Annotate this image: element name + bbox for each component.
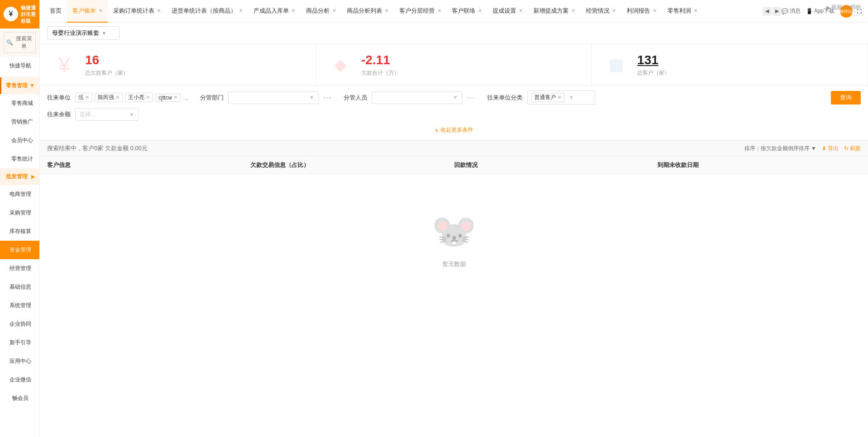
unit-tag-wu[interactable]: 伍 ✕ <box>75 93 92 102</box>
sidebar-item-wholesale[interactable]: 批发管理 ▶ <box>0 168 39 185</box>
sidebar-item-finance[interactable]: 资金管理 <box>0 241 39 259</box>
empty-text: 暂无数据 <box>442 260 466 268</box>
sidebar-item-inventory[interactable]: 库存核算 <box>0 222 39 241</box>
chevron-down-icon: ▼ <box>29 82 35 89</box>
dept-dots[interactable]: ··· <box>323 94 332 102</box>
tab-close-push-settings[interactable]: ✕ <box>519 8 523 13</box>
tab-close-customer-book[interactable]: ✕ <box>99 8 102 13</box>
tab-close-biz-status[interactable]: ✕ <box>612 8 616 13</box>
balance-select[interactable]: 选择... ▼ <box>75 108 139 121</box>
remove-tag-wang[interactable]: ✕ <box>146 95 150 100</box>
tab-biz-status[interactable]: 经营情况 ✕ <box>580 0 621 23</box>
tab-customer-book[interactable]: 客户账本 ✕ <box>67 0 108 23</box>
chevron-down-icon: ▼ <box>452 94 458 101</box>
download-icon: 📱 <box>806 8 813 14</box>
sidebar-item-basic[interactable]: 基础信息 <box>0 278 39 296</box>
tab-close-customer-tier[interactable]: ✕ <box>437 8 441 13</box>
tab-customer-contact[interactable]: 客户联络 ✕ <box>446 0 487 23</box>
stat-label-debt: 欠款合计（万） <box>361 69 399 77</box>
unit-filter-label: 往来单位 <box>47 94 71 102</box>
sidebar-item-guide[interactable]: 新手引导 <box>0 333 39 352</box>
export-icon: ⬇ <box>822 145 826 152</box>
account-dropdown[interactable]: 母婴行业演示账套 ▼ <box>47 26 120 40</box>
sidebar-item-retail[interactable]: 零售管理 ▼ <box>0 77 39 94</box>
sidebar-item-vip[interactable]: 畅会员 <box>0 389 39 408</box>
person-select[interactable]: ▼ <box>372 91 462 104</box>
sidebar-item-retail-stats[interactable]: 零售统计 <box>0 150 39 168</box>
export-button[interactable]: ⬇ 导出 <box>822 145 839 152</box>
main-content: 首页 客户账本 ✕ 采购订单统计表 ✕ 进货单统计表（按商品） ✕ 产成品入库单… <box>40 0 868 437</box>
unit-tag-cjttcw[interactable]: cjttcw ✕ <box>155 94 181 102</box>
unit-tag-wang[interactable]: 王小亮 ✕ <box>125 93 153 102</box>
balance-filter-label: 往来余额 <box>47 110 71 119</box>
tab-close-new-push[interactable]: ✕ <box>571 8 575 13</box>
tab-production-inbound[interactable]: 产成品入库单 ✕ <box>248 0 301 23</box>
sidebar-item-wechat[interactable]: 企业微信 <box>0 370 39 389</box>
tab-home[interactable]: 首页 <box>44 0 67 23</box>
tab-profit-report[interactable]: 利润报告 ✕ <box>621 0 662 23</box>
remove-tag-cjttcw[interactable]: ✕ <box>173 95 177 100</box>
collapse-button[interactable]: ∧ 收起更多条件 <box>433 124 475 136</box>
sidebar-item-retail-mall[interactable]: 零售商城 <box>0 94 39 113</box>
sidebar-item-apps[interactable]: 应用中心 <box>0 352 39 370</box>
chevron-down-icon: ▼ <box>568 94 574 101</box>
tab-close-customer-contact[interactable]: ✕ <box>478 8 482 13</box>
sidebar-divider-1 <box>0 76 39 76</box>
person-dots[interactable]: ··· <box>467 94 475 102</box>
tab-close-profit-report[interactable]: ✕ <box>653 8 657 13</box>
tab-goods-analysis[interactable]: 商品分析 ✕ <box>301 0 341 23</box>
chevron-down-icon: ▼ <box>129 111 134 118</box>
tab-close-retail-profit[interactable]: ✕ <box>694 8 697 13</box>
remove-tag-chen[interactable]: ✕ <box>115 95 120 100</box>
tab-purchase-order[interactable]: 采购订单统计表 ✕ <box>108 0 166 23</box>
col-header-repayment: 回款情况 <box>454 161 657 169</box>
results-bar: 搜索结果中，客户0家 欠款金额 0.00元 排序：按欠款金额倒序排序 ▼ ⬇ 导… <box>40 141 868 157</box>
sidebar-item-ecommerce[interactable]: 电商管理 <box>0 185 39 204</box>
tab-close-inbound-stats[interactable]: ✕ <box>239 8 243 13</box>
refresh-button[interactable]: ↻ 刷新 <box>844 145 861 152</box>
col-header-customer-info: 客户信息 <box>47 161 250 169</box>
tab-close-production-inbound[interactable]: ✕ <box>292 8 295 13</box>
unit-type-select[interactable]: 普通客户 ✕ ▼ <box>527 90 595 104</box>
tab-scroll-left[interactable]: ◀ <box>762 7 772 16</box>
tab-retail-profit[interactable]: 零售利润 ✕ <box>662 0 703 23</box>
unit-type-tag[interactable]: 普通客户 ✕ <box>531 93 565 102</box>
tab-close-goods-analysis-list[interactable]: ✕ <box>385 8 388 13</box>
tab-bar: 首页 客户账本 ✕ 采购订单统计表 ✕ 进货单统计表（按商品） ✕ 产成品入库单… <box>44 0 762 23</box>
messages-button[interactable]: 💬 消息 <box>782 7 801 15</box>
sidebar-item-system[interactable]: 系统管理 <box>0 296 39 315</box>
dept-select[interactable]: ▼ <box>228 91 319 104</box>
refresh-icon: ↻ <box>844 145 849 152</box>
unit-tag-chen[interactable]: 陈民强 ✕ <box>95 93 123 102</box>
tab-new-push[interactable]: 新增提成方案 ✕ <box>528 0 580 23</box>
sidebar-item-marketing[interactable]: 营销推广 <box>0 113 39 131</box>
account-dropdown-label: 母婴行业演示账套 <box>52 29 99 37</box>
col-header-due-date: 到期未收款日期 <box>657 161 861 169</box>
empty-state: 🐭 暂无数据 <box>40 174 868 304</box>
message-icon: 💬 <box>782 8 788 14</box>
sidebar-item-enterprise[interactable]: 企业协同 <box>0 315 39 333</box>
tab-goods-analysis-list[interactable]: 商品分析列表 ✕ <box>341 0 394 23</box>
sidebar-item-member[interactable]: 会员中心 <box>0 131 39 150</box>
sort-select[interactable]: 排序：按欠款金额倒序排序 ▼ <box>744 145 816 152</box>
search-menu-button[interactable]: 🔍 搜索菜单 <box>4 32 36 53</box>
sidebar-item-quick-nav[interactable]: 快捷导航 <box>0 57 39 75</box>
tab-push-settings[interactable]: 提成设置 ✕ <box>487 0 528 23</box>
stats-row: ¥ 16 总欠款客户（家） ◆ -2.11 欠款合计（万） ▦ 131 总客户（… <box>40 44 868 86</box>
sidebar-item-operation[interactable]: 经营管理 <box>0 259 39 278</box>
tab-inbound-stats[interactable]: 进货单统计表（按商品） ✕ <box>166 0 248 23</box>
table-header: 客户信息 欠款交易信息（占比） 回款情况 到期未收款日期 <box>40 157 868 174</box>
chevron-down-icon: ▼ <box>102 31 106 36</box>
sidebar-item-purchase[interactable]: 采购管理 <box>0 204 39 222</box>
logo-text: 畅捷通好生意 标版 <box>21 5 36 24</box>
tab-close-goods-analysis[interactable]: ✕ <box>332 8 336 13</box>
remove-tag-wu[interactable]: ✕ <box>85 95 89 100</box>
remove-unit-type-tag[interactable]: ✕ <box>557 95 561 100</box>
account-header: 母婴行业演示账套 ▼ <box>40 23 868 44</box>
tab-scroll-right[interactable]: ▶ <box>772 7 782 16</box>
tab-customer-tier[interactable]: 客户分层经营 ✕ <box>394 0 446 23</box>
query-button[interactable]: 查询 <box>831 91 861 104</box>
page-content: 母婴行业演示账套 ▼ ¥ 16 总欠款客户（家） ◆ -2.11 欠款合计（万） <box>40 23 868 437</box>
more-tags-button[interactable]: ... <box>183 94 188 101</box>
tab-close-purchase-order[interactable]: ✕ <box>157 8 161 13</box>
